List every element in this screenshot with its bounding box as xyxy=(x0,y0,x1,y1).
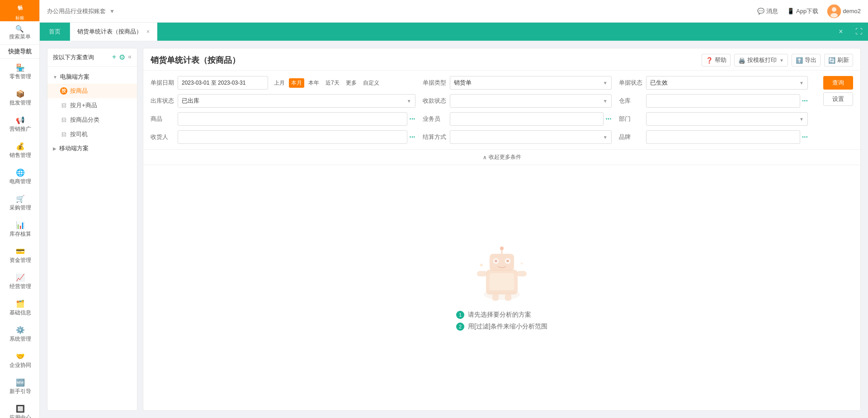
receiver-ellipsis-icon[interactable]: ··· xyxy=(409,133,415,141)
shortcut-custom[interactable]: 自定义 xyxy=(361,78,382,88)
print-btn[interactable]: 🖨️ 按模板打印 ▼ xyxy=(734,54,788,66)
shortcut-more[interactable]: 更多 xyxy=(344,78,359,88)
tab-sales-report[interactable]: 销货单统计表（按商品） × xyxy=(70,23,157,41)
tab-close-icon[interactable]: × xyxy=(146,28,150,35)
settings-scheme-btn[interactable]: ⚙ xyxy=(119,53,125,62)
payment-status-select[interactable]: ▼ xyxy=(450,94,612,108)
quick-nav-item[interactable]: 快捷导航 xyxy=(0,45,39,59)
refresh-icon: 🔄 xyxy=(828,57,835,64)
sidebar-item-purchase[interactable]: 🛒 采购管理 xyxy=(0,190,39,216)
shortcut-7days[interactable]: 近7天 xyxy=(323,78,342,88)
query-header-actions: ❓ 帮助 🖨️ 按模板打印 ▼ ⬆️ 导出 🔄 刷新 xyxy=(702,54,853,66)
tab-maximize-btn[interactable]: ⛶ xyxy=(850,23,868,41)
export-btn[interactable]: ⬆️ 导出 xyxy=(792,54,821,66)
settings-button[interactable]: 设置 xyxy=(823,92,853,106)
brand-input[interactable] xyxy=(646,130,800,144)
shortcut-this-month[interactable]: 本月 xyxy=(289,78,304,88)
doc-status-label: 单据状态 xyxy=(619,79,646,87)
filter-panel-title: 按以下方案查询 xyxy=(53,53,94,62)
filter-panel-body: ▼ 电脑端方案 按 按商品 囧 按月+商品 囧 按商品分类 xyxy=(47,66,137,159)
user-profile-btn[interactable]: demo2 xyxy=(827,5,861,18)
sidebar-item-newbie[interactable]: 🆕 新手引导 xyxy=(0,374,39,400)
date-field: 单据日期 2023-03-01 至 2023-03-31 上月 本月 本年 近7… xyxy=(151,76,415,90)
brand-field: 品牌 ··· xyxy=(619,130,808,144)
collapse-scheme-panel-btn[interactable]: « xyxy=(128,53,132,62)
sidebar-item-basic[interactable]: 🗂️ 基础信息 xyxy=(0,295,39,321)
company-title: 办公用品行业模拟账套 xyxy=(47,7,106,15)
stock-status-field: 出库状态 已出库 ▼ xyxy=(151,94,415,108)
collapse-conditions-btn[interactable]: ∧ 收起更多条件 xyxy=(483,153,521,161)
tab-home[interactable]: 首页 xyxy=(40,23,70,41)
pc-scheme-group-header[interactable]: ▼ 电脑端方案 xyxy=(47,70,137,84)
sidebar-item-retail[interactable]: 🏪 零售管理 xyxy=(0,59,39,85)
query-area: 销货单统计表（按商品） ❓ 帮助 🖨️ 按模板打印 ▼ ⬆️ 导出 xyxy=(143,48,861,411)
sidebar-item-finance[interactable]: 💳 资金管理 xyxy=(0,242,39,269)
payment-status-field: 收款状态 ▼ xyxy=(423,94,612,108)
department-select[interactable]: ▼ xyxy=(646,112,808,126)
sidebar-item-inventory[interactable]: 📊 库存核算 xyxy=(0,216,39,242)
tab-close-window-btn[interactable]: × xyxy=(832,23,850,41)
user-name: demo2 xyxy=(843,8,861,14)
empty-hint-1: 1 请先选择要分析的方案 xyxy=(456,311,547,319)
scheme-item-by-category[interactable]: 囧 按商品分类 xyxy=(47,113,137,127)
sidebar-item-system[interactable]: ⚙️ 系统管理 xyxy=(0,321,39,347)
sidebar-item-wholesale[interactable]: 📦 批发管理 xyxy=(0,85,39,111)
query-button[interactable]: 查询 xyxy=(823,76,853,90)
sidebar-item-marketing[interactable]: 📢 营销推广 xyxy=(0,111,39,138)
form-actions: 查询 设置 xyxy=(823,76,853,106)
salesman-ellipsis-icon[interactable]: ··· xyxy=(605,115,611,123)
shortcut-this-year[interactable]: 本年 xyxy=(306,78,321,88)
stock-status-arrow-icon: ▼ xyxy=(407,99,411,104)
svg-rect-8 xyxy=(490,254,514,271)
add-scheme-btn[interactable]: + xyxy=(112,53,116,62)
department-label: 部门 xyxy=(619,115,646,123)
app-download-label: App下载 xyxy=(796,7,818,15)
topbar: 办公用品行业模拟账套 ▼ 💬 消息 📱 App下载 demo2 xyxy=(40,0,868,23)
receiver-input[interactable] xyxy=(178,130,407,144)
brand-ellipsis-icon[interactable]: ··· xyxy=(802,133,808,141)
stock-status-select[interactable]: 已出库 ▼ xyxy=(178,94,415,108)
message-btn[interactable]: 💬 消息 xyxy=(757,7,778,15)
product-control: ··· xyxy=(178,112,415,126)
doc-status-select[interactable]: 已生效 ▼ xyxy=(646,76,808,90)
app-logo[interactable]: 畅 标账 xyxy=(0,0,39,21)
refresh-btn[interactable]: 🔄 刷新 xyxy=(824,54,853,66)
shortcut-last-month[interactable]: 上月 xyxy=(272,78,287,88)
pc-group-label: 电脑端方案 xyxy=(60,73,90,81)
hint-2-text: 用[过滤]条件来缩小分析范围 xyxy=(468,323,547,331)
scheme-item-by-driver[interactable]: 囧 按司机 xyxy=(47,127,137,142)
doc-type-value: 销货单 xyxy=(454,79,472,87)
receiver-field: 收货人 ··· xyxy=(151,130,415,144)
print-dropdown-arrow[interactable]: ▼ xyxy=(779,58,784,63)
doc-status-arrow-icon: ▼ xyxy=(799,81,804,86)
warehouse-input[interactable] xyxy=(646,94,800,108)
receiver-label: 收货人 xyxy=(151,133,178,141)
scheme-sub-icon-1: 囧 xyxy=(60,102,67,109)
mobile-scheme-group-header[interactable]: ▶ 移动端方案 xyxy=(47,142,137,155)
search-menu-item[interactable]: 🔍 搜索菜单 xyxy=(0,21,39,45)
scheme-item-by-product[interactable]: 按 按商品 xyxy=(47,84,137,98)
sidebar-item-operation[interactable]: 📈 经营管理 xyxy=(0,269,39,295)
app-download-btn[interactable]: 📱 App下载 xyxy=(787,7,818,15)
scheme-sub-icon-2: 囧 xyxy=(60,116,67,124)
brand-control: ··· xyxy=(646,130,808,144)
sidebar-item-ecom[interactable]: 🌐 电商管理 xyxy=(0,164,39,190)
product-ellipsis-icon[interactable]: ··· xyxy=(409,115,415,123)
warehouse-field: 仓库 ··· xyxy=(619,94,808,108)
company-dropdown-arrow[interactable]: ▼ xyxy=(109,8,115,14)
scheme-active-icon: 按 xyxy=(60,87,67,95)
help-btn[interactable]: ❓ 帮助 xyxy=(702,54,731,66)
doc-status-value: 已生效 xyxy=(650,79,668,87)
sidebar-item-appcenter[interactable]: 🔲 应用中心 xyxy=(0,400,39,418)
warehouse-ellipsis-icon[interactable]: ··· xyxy=(802,97,808,105)
settlement-select[interactable]: ▼ xyxy=(450,130,612,144)
hint-bullet-1: 1 xyxy=(456,311,464,319)
salesman-input[interactable] xyxy=(450,112,604,126)
sidebar-item-enterprise[interactable]: 🤝 企业协同 xyxy=(0,347,39,374)
date-range-input[interactable]: 2023-03-01 至 2023-03-31 xyxy=(178,76,268,90)
scheme-by-product-label: 按商品 xyxy=(70,87,88,95)
product-input[interactable] xyxy=(178,112,407,126)
scheme-item-by-month-product[interactable]: 囧 按月+商品 xyxy=(47,98,137,113)
sidebar-item-sales[interactable]: 💰 销售管理 xyxy=(0,138,39,164)
doc-type-select[interactable]: 销货单 ▼ xyxy=(450,76,612,90)
